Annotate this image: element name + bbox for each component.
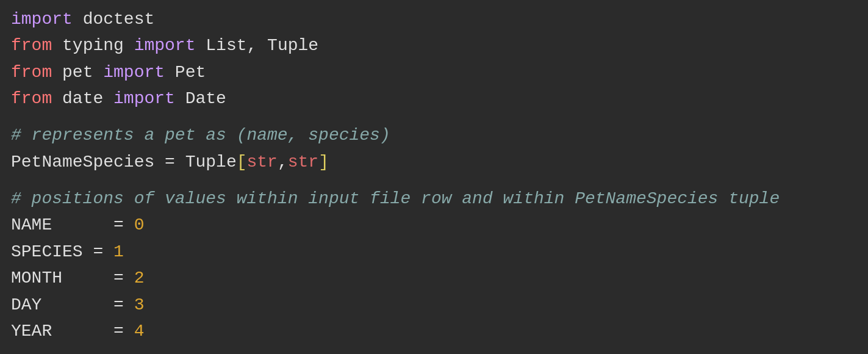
code-token: # positions of values within input file …	[11, 189, 780, 208]
code-token: date	[52, 89, 113, 108]
code-token: 3	[134, 295, 145, 314]
code-line: NAME = 0	[11, 212, 857, 238]
code-line: YEAR = 4	[11, 318, 857, 344]
code-token: =	[154, 153, 185, 172]
code-token: str	[288, 153, 318, 172]
code-token: DAY	[11, 295, 93, 314]
code-token: Tuple	[185, 153, 237, 172]
code-line: import doctest	[11, 6, 857, 32]
code-line	[11, 112, 857, 123]
code-token: PetNameSpecies	[11, 153, 154, 172]
code-token: [	[237, 153, 247, 172]
code-token: typing	[52, 36, 134, 55]
code-token: from	[11, 63, 52, 82]
code-token: import	[113, 89, 175, 108]
code-token: from	[11, 36, 52, 55]
code-line: SPECIES = 1	[11, 239, 857, 265]
code-line: MONTH = 2	[11, 265, 857, 291]
code-token: 0	[134, 215, 145, 234]
code-token: 1	[113, 242, 124, 261]
code-line: DAY = 3	[11, 292, 857, 318]
code-token: import	[11, 10, 73, 29]
code-token: import	[134, 36, 196, 55]
code-token: Pet	[165, 63, 206, 82]
code-token: doctest	[73, 10, 154, 29]
code-token: str	[247, 153, 278, 172]
code-token: ]	[318, 153, 329, 172]
code-line: from pet import Pet	[11, 59, 857, 85]
code-token: 2	[134, 269, 145, 287]
code-token: =	[93, 295, 134, 314]
code-line: from date import Date	[11, 85, 857, 112]
code-token: =	[93, 215, 134, 234]
code-token: List, Tuple	[195, 36, 318, 55]
code-line: from typing import List, Tuple	[11, 32, 857, 59]
code-token: # represents a pet as (name, species)	[11, 126, 390, 145]
code-token: pet	[52, 63, 103, 82]
code-editor: import doctestfrom typing import List, T…	[11, 6, 857, 344]
code-token: 4	[134, 322, 145, 341]
code-token: =	[93, 269, 134, 287]
code-line: PetNameSpecies = Tuple[str,str]	[11, 149, 857, 175]
code-line	[11, 175, 857, 186]
code-token: =	[93, 242, 113, 261]
code-token: =	[93, 322, 134, 341]
code-token: import	[103, 63, 165, 82]
code-token: SPECIES	[11, 242, 93, 261]
code-token: Date	[175, 89, 226, 108]
code-token: YEAR	[11, 322, 93, 341]
code-line: # represents a pet as (name, species)	[11, 122, 857, 148]
code-line: # positions of values within input file …	[11, 186, 857, 212]
code-token: ,	[278, 153, 288, 172]
code-token: from	[11, 89, 52, 108]
code-token: NAME	[11, 215, 93, 234]
code-token: MONTH	[11, 269, 93, 287]
